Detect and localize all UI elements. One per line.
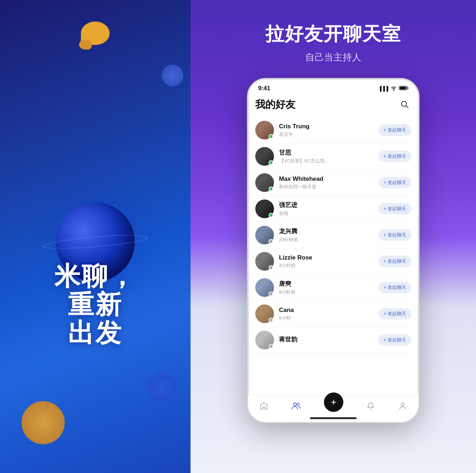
online-status-dot (269, 265, 273, 270)
avatar (255, 121, 274, 139)
nav-home[interactable] (260, 401, 268, 410)
friend-list: Cris Trung发言中+ 发起聊天甘思【VC投资】VC怎么管...+ 发起聊… (255, 117, 411, 353)
start-chat-button[interactable]: + 发起聊天 (379, 256, 411, 267)
friend-info: 甘思【VC投资】VC怎么管... (279, 148, 374, 164)
friend-name: 唐奭 (279, 280, 374, 288)
online-status-dot (269, 187, 273, 191)
online-status-dot (269, 239, 273, 244)
friend-info: 蒋世韵 (279, 335, 374, 345)
nav-plus[interactable]: + (324, 400, 343, 412)
online-status-dot (269, 291, 273, 296)
nav-friends[interactable] (292, 401, 301, 410)
phone-content: 我的好友 Cris Trung发言中+ 发起聊天甘思【VC投资】VC怎么管...… (248, 95, 418, 353)
friend-info: Lizzie Rose4小时前 (279, 254, 374, 269)
online-status-dot (269, 344, 273, 349)
friend-item[interactable]: Max Whitehead和你在同一聊天室+ 发起聊天 (255, 170, 411, 196)
friends-header: 我的好友 (255, 95, 411, 117)
friend-name: Max Whitehead (279, 175, 374, 183)
friend-status: 6小时前 (279, 289, 344, 295)
friend-status: 6小时 (279, 315, 344, 321)
friend-info: Cana6小时 (279, 307, 374, 321)
friend-status: 在线 (279, 210, 344, 217)
plus-icon: + (331, 396, 337, 408)
status-icons: ▐▐▐ (378, 86, 408, 92)
start-chat-button[interactable]: + 发起聊天 (379, 308, 411, 320)
friend-item[interactable]: Cana6小时+ 发起聊天 (255, 301, 411, 327)
friend-status: 4小时前 (279, 262, 344, 269)
friend-item[interactable]: 唐奭6小时前+ 发起聊天 (255, 275, 411, 301)
friends-list-title: 我的好友 (255, 98, 296, 111)
friend-info: Cris Trung发言中 (279, 123, 374, 138)
friend-info: 唐奭6小时前 (279, 280, 374, 295)
start-chat-button[interactable]: + 发起聊天 (379, 203, 411, 215)
app-icon (79, 22, 111, 50)
friend-item[interactable]: 龙兴腾20分钟前+ 发起聊天 (255, 222, 411, 248)
start-chat-button[interactable]: + 发起聊天 (379, 177, 411, 188)
friend-item[interactable]: 强艺进在线+ 发起聊天 (255, 196, 411, 222)
friend-name: 龙兴腾 (279, 227, 374, 235)
signal-icon: ▐▐▐ (378, 86, 388, 91)
plus-button[interactable]: + (324, 392, 343, 412)
friend-name: Cana (279, 307, 374, 314)
app-tagline: 米聊， 重新 出发 (54, 262, 136, 348)
battery-icon (399, 86, 408, 92)
decoration-circle-2 (162, 65, 183, 86)
friend-info: Max Whitehead和你在同一聊天室 (279, 175, 374, 190)
start-chat-button[interactable]: + 发起聊天 (379, 282, 411, 293)
svg-rect-2 (407, 87, 408, 89)
friend-status: 20分钟前 (279, 236, 344, 243)
avatar (255, 304, 274, 323)
friend-info: 龙兴腾20分钟前 (279, 227, 374, 243)
decoration-circle-1 (22, 401, 65, 444)
avatar (255, 147, 274, 166)
status-time: 9:41 (258, 85, 270, 92)
avatar (255, 278, 274, 297)
start-chat-button[interactable]: + 发起聊天 (379, 151, 411, 162)
promo-title: 拉好友开聊天室 (265, 22, 401, 47)
online-status-dot (269, 213, 273, 217)
online-status-dot (269, 134, 273, 139)
friend-status: 【VC投资】VC怎么管... (279, 158, 344, 164)
svg-rect-1 (400, 87, 406, 89)
svg-point-7 (401, 403, 404, 406)
svg-point-6 (297, 403, 299, 406)
start-chat-button[interactable]: + 发起聊天 (379, 229, 411, 241)
start-chat-button[interactable]: + 发起聊天 (379, 334, 411, 346)
promo-subtitle: 自己当主持人 (305, 51, 361, 64)
friend-status: 发言中 (279, 131, 344, 138)
phone-mockup: 9:41 ▐▐▐ 我的好友 Cris Trung发言中+ 发起聊天甘思【VC投资… (247, 78, 420, 423)
decoration-circle-3 (147, 372, 176, 401)
online-status-dot (269, 160, 273, 165)
avatar (255, 226, 274, 244)
friend-name: 甘思 (279, 148, 374, 157)
friend-info: 强艺进在线 (279, 201, 374, 217)
nav-profile[interactable] (398, 401, 407, 410)
svg-point-5 (293, 403, 296, 406)
friend-name: 强艺进 (279, 201, 374, 209)
friend-item[interactable]: 蒋世韵+ 发起聊天 (255, 327, 411, 353)
search-button[interactable] (398, 98, 411, 111)
friend-item[interactable]: Lizzie Rose4小时前+ 发起聊天 (255, 248, 411, 275)
online-status-dot (269, 318, 273, 322)
home-indicator (310, 417, 357, 419)
nav-bell[interactable] (366, 401, 375, 410)
friend-item[interactable]: Cris Trung发言中+ 发起聊天 (255, 117, 411, 143)
friend-item[interactable]: 甘思【VC投资】VC怎么管...+ 发起聊天 (255, 143, 411, 170)
phone-notch (310, 84, 357, 93)
avatar (255, 331, 274, 349)
friend-name: 蒋世韵 (279, 335, 374, 344)
friend-name: Cris Trung (279, 123, 374, 130)
friend-name: Lizzie Rose (279, 254, 374, 261)
friend-status: 和你在同一聊天室 (279, 184, 344, 190)
start-chat-button[interactable]: + 发起聊天 (379, 124, 411, 136)
left-panel: 米聊， 重新 出发 (0, 0, 191, 473)
wifi-icon (390, 86, 397, 92)
svg-line-4 (406, 106, 408, 108)
avatar (255, 252, 274, 271)
avatar (255, 173, 274, 192)
avatar (255, 199, 274, 218)
right-panel: 拉好友开聊天室 自己当主持人 9:41 ▐▐▐ 我的好友 (191, 0, 476, 473)
